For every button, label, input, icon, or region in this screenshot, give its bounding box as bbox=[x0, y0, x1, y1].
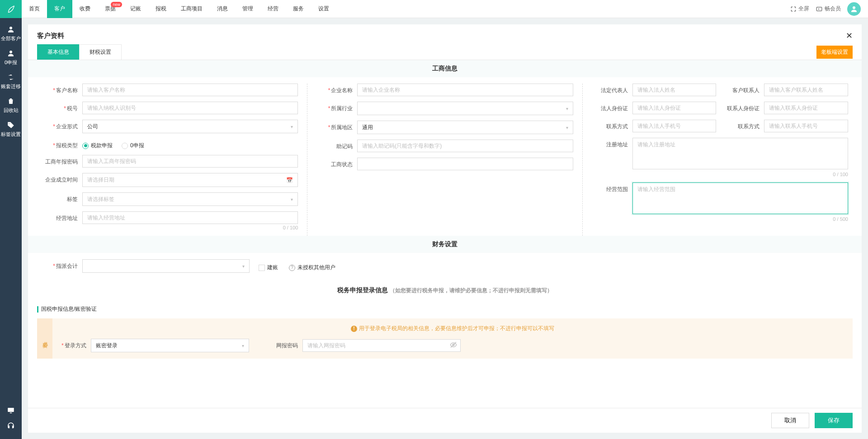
sidebar-item-4[interactable]: 标签设置 bbox=[0, 117, 22, 141]
nav-item-9[interactable]: 经营 bbox=[260, 0, 286, 18]
form-scroll-area[interactable]: 工商信息 *客户名称 *税号 *企业形式 bbox=[28, 60, 862, 408]
save-button[interactable]: 保存 bbox=[815, 413, 853, 428]
tax-number-input[interactable] bbox=[82, 102, 298, 114]
tax-type-declare-radio[interactable]: 税款申报 bbox=[82, 142, 113, 149]
chevron-down-icon: ▾ bbox=[291, 124, 293, 129]
left-sidebar: 全部客户0申报账套迁移回收站标签设置 bbox=[0, 18, 22, 439]
nav-item-10[interactable]: 服务 bbox=[286, 0, 311, 18]
member-button[interactable]: 畅会员 bbox=[816, 5, 841, 13]
accent-bar bbox=[37, 306, 38, 313]
section-business-info: 工商信息 bbox=[28, 60, 862, 77]
chevron-down-icon: ▾ bbox=[242, 343, 244, 348]
contact-id-input[interactable] bbox=[764, 102, 848, 114]
industry-select[interactable]: ▾ bbox=[357, 102, 573, 115]
contact-phone-input[interactable] bbox=[764, 120, 848, 132]
fullscreen-label: 全屏 bbox=[798, 5, 809, 13]
customer-name-input[interactable] bbox=[82, 84, 298, 96]
avatar-icon bbox=[850, 5, 858, 13]
svg-point-3 bbox=[9, 51, 12, 53]
establish-date-picker[interactable]: 请选择日期📅 bbox=[82, 173, 298, 187]
close-button[interactable]: ✕ bbox=[846, 31, 853, 41]
users-icon bbox=[7, 25, 15, 33]
nav-item-11[interactable]: 设置 bbox=[311, 0, 336, 18]
svg-rect-4 bbox=[8, 408, 14, 412]
business-status-input[interactable] bbox=[357, 158, 573, 170]
monitor-icon bbox=[7, 406, 15, 415]
registered-address-textarea[interactable] bbox=[632, 138, 848, 169]
svg-rect-5 bbox=[10, 413, 12, 414]
required-badge: 必要 bbox=[37, 318, 52, 359]
business-address-input[interactable] bbox=[82, 211, 298, 224]
chevron-down-icon: ▾ bbox=[566, 106, 568, 111]
user-avatar[interactable] bbox=[847, 2, 861, 16]
tax-warning: ! 用于登录电子税局的相关信息，必要信息维护后才可申报；不进行申报可以不填写 bbox=[61, 325, 844, 332]
customer-contact-input[interactable] bbox=[764, 84, 848, 96]
nav-item-5[interactable]: 报税 bbox=[148, 0, 174, 18]
legal-phone-input[interactable] bbox=[632, 120, 717, 132]
sidebar-item-label: 回收站 bbox=[4, 107, 19, 114]
nav-item-1[interactable]: 客户 bbox=[47, 0, 72, 18]
sidebar-item-label: 标签设置 bbox=[1, 131, 21, 138]
national-tax-title: 国税申报信息/账密验证 bbox=[41, 305, 97, 313]
tab-tax-settings[interactable]: 财税设置 bbox=[79, 44, 122, 60]
no-auth-info[interactable]: ?未授权其他用户 bbox=[289, 264, 335, 271]
section-finance: 财务设置 bbox=[28, 236, 862, 253]
fullscreen-icon bbox=[790, 6, 797, 12]
sidebar-item-label: 全部客户 bbox=[1, 35, 21, 42]
annual-report-password-input[interactable] bbox=[82, 155, 298, 168]
sidebar-item-3[interactable]: 回收站 bbox=[0, 93, 22, 117]
customer-panel: 客户资料 ✕ 基本信息 财税设置 老板端设置 工商信息 *客户名称 bbox=[28, 24, 862, 433]
member-icon bbox=[816, 6, 823, 12]
warning-icon: ! bbox=[351, 326, 357, 332]
boss-settings-button[interactable]: 老板端设置 bbox=[816, 46, 853, 59]
svg-point-2 bbox=[9, 27, 12, 29]
chevron-down-icon: ▾ bbox=[242, 264, 245, 269]
main-area: 客户资料 ✕ 基本信息 财税设置 老板端设置 工商信息 *客户名称 bbox=[22, 18, 868, 439]
nav-item-0[interactable]: 首页 bbox=[22, 0, 47, 18]
mnemonic-input[interactable] bbox=[357, 140, 573, 152]
section-tax-login: 税务申报登录信息 （如您要进行税务申报，请维护必要信息；不进行申报则无需填写） bbox=[28, 282, 862, 299]
cancel-button[interactable]: 取消 bbox=[771, 413, 809, 428]
chevron-down-icon: ▾ bbox=[291, 197, 293, 202]
sidebar-item-1[interactable]: 0申报 bbox=[0, 46, 22, 70]
create-account-checkbox[interactable]: 建账 bbox=[259, 264, 278, 271]
region-select[interactable]: 通用▾ bbox=[357, 121, 573, 134]
legal-id-input[interactable] bbox=[632, 102, 717, 114]
business-scope-textarea[interactable] bbox=[632, 182, 848, 214]
company-name-input[interactable] bbox=[357, 84, 573, 96]
chevron-down-icon: ▾ bbox=[566, 125, 568, 130]
eye-off-icon[interactable] bbox=[450, 341, 457, 350]
nav-item-3[interactable]: 票据new bbox=[98, 0, 123, 18]
sidebar-item-2[interactable]: 账套迁移 bbox=[0, 70, 22, 93]
panel-title: 客户资料 bbox=[37, 32, 64, 40]
assign-accountant-select[interactable]: ▾ bbox=[82, 259, 250, 273]
nav-item-8[interactable]: 管理 bbox=[235, 0, 260, 18]
fullscreen-button[interactable]: 全屏 bbox=[790, 5, 809, 13]
sidebar-item-0[interactable]: 全部客户 bbox=[0, 22, 22, 46]
enterprise-form-select[interactable]: 公司▾ bbox=[82, 120, 298, 133]
sidebar-item-label: 账套迁移 bbox=[1, 83, 21, 90]
login-method-select[interactable]: 账密登录▾ bbox=[91, 339, 249, 352]
legal-rep-input[interactable] bbox=[632, 84, 717, 96]
nav-item-4[interactable]: 记账 bbox=[123, 0, 148, 18]
tax-type-zero-radio[interactable]: 0申报 bbox=[122, 142, 144, 149]
panel-footer: 取消 保存 bbox=[28, 408, 862, 433]
user-icon bbox=[7, 49, 15, 57]
app-logo[interactable] bbox=[0, 0, 22, 18]
leaf-icon bbox=[6, 4, 16, 14]
transfer-icon bbox=[7, 73, 15, 81]
sidebar-support[interactable] bbox=[0, 418, 22, 434]
tags-select[interactable]: 请选择标签▾ bbox=[82, 192, 298, 206]
headset-icon bbox=[7, 422, 15, 430]
nav-item-7[interactable]: 消息 bbox=[210, 0, 235, 18]
nav-item-2[interactable]: 收费 bbox=[72, 0, 98, 18]
tab-basic-info[interactable]: 基本信息 bbox=[37, 44, 80, 60]
svg-point-1 bbox=[853, 6, 855, 9]
sidebar-download[interactable] bbox=[0, 403, 22, 418]
nav-item-6[interactable]: 工商项目 bbox=[174, 0, 210, 18]
web-password-input[interactable] bbox=[302, 339, 461, 352]
biz-addr-count: 0 / 100 bbox=[82, 225, 298, 230]
member-label: 畅会员 bbox=[825, 5, 841, 13]
trash-icon bbox=[7, 97, 15, 105]
calendar-icon: 📅 bbox=[286, 177, 293, 183]
